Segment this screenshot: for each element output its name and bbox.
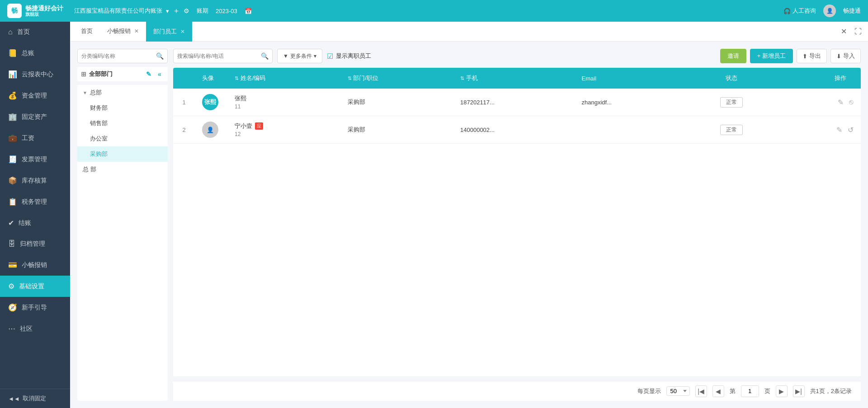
row1-email: zhangxidf... — [575, 89, 685, 116]
payroll-icon: 💼 — [8, 134, 17, 142]
sort-icon-dept: ⇅ — [348, 75, 352, 81]
dept-edit-btn[interactable]: ✎ — [144, 70, 153, 79]
sidebar-item-payroll[interactable]: 💼 工资 — [0, 127, 70, 149]
table-row: 1 张熙 张熙 — [173, 89, 861, 116]
tabs-bar: 首页 小畅报销 ✕ 部门员工 ✕ ✕ ⛶ — [70, 22, 868, 42]
dept-item-zong2[interactable]: 总 部 — [77, 162, 168, 177]
dropdown-icon[interactable]: ▾ — [166, 8, 169, 14]
tab-dept-close[interactable]: ✕ — [180, 28, 185, 35]
tab-expense-close[interactable]: ✕ — [134, 28, 139, 34]
sidebar-label-funds: 资金管理 — [22, 92, 47, 100]
tab-home[interactable]: 首页 — [74, 22, 100, 42]
dept-search-input[interactable] — [81, 53, 154, 59]
row1-phone: 187202117... — [453, 89, 575, 116]
company-selector[interactable]: 江西服宝精品有限责任公司内账张 ▾ ＋ ⚙ — [74, 6, 189, 16]
page-next-btn[interactable]: ▶ — [776, 385, 788, 397]
all-dept-header: ⊞ 全部部门 ✎ « — [77, 67, 168, 81]
dept-search-box[interactable]: 🔍 — [77, 49, 168, 63]
dept-item-xiaoshou[interactable]: 销售部 — [77, 116, 168, 131]
tab-dept[interactable]: 部门员工 ✕ — [146, 22, 192, 42]
sidebar-item-ledger[interactable]: 📒 总账 — [0, 42, 70, 64]
dept-item-caiwu[interactable]: 财务部 — [77, 100, 168, 116]
sidebar-item-inventory[interactable]: 📦 库存核算 — [0, 170, 70, 191]
sidebar-item-more[interactable]: ⋯ 社区 — [0, 318, 70, 339]
row2-avatar: 👤 — [195, 116, 227, 144]
per-page-select[interactable]: 50 10 20 100 — [666, 386, 690, 396]
page-prev-btn[interactable]: ◀ — [712, 385, 724, 397]
tab-expense[interactable]: 小畅报销 ✕ — [100, 22, 146, 42]
topbar-right: 🎧 人工咨询 👤 畅捷通 — [783, 5, 861, 17]
chevron-down-icon: ▾ — [314, 53, 316, 59]
gear-icon[interactable]: ⚙ — [180, 74, 188, 83]
import-button[interactable]: ⬇ 导入 — [830, 49, 861, 63]
avatar-circle: 张熙 — [202, 94, 218, 110]
row2-email — [575, 116, 685, 144]
dept-collapse-btn[interactable]: « — [155, 70, 164, 79]
ying-badge: 应 — [255, 122, 263, 130]
sidebar-item-settle[interactable]: ✔ 结账 — [0, 212, 70, 234]
calendar-icon[interactable]: 📅 — [245, 8, 252, 14]
col-dept-pos[interactable]: ⇅ 部门/职位 — [340, 68, 453, 89]
user-avatar[interactable]: 👤 — [823, 5, 836, 17]
pin-toggle[interactable]: ◄◄ 取消固定 — [0, 389, 70, 408]
invite-button[interactable]: 邀请 — [720, 49, 746, 63]
page-last-btn[interactable]: ▶| — [793, 385, 805, 397]
user-name: 畅捷通 — [843, 7, 861, 15]
page-first-btn[interactable]: |◀ — [695, 385, 707, 397]
dept-item-bangong[interactable]: 办公室 — [77, 131, 168, 146]
sidebar-label-payroll: 工资 — [22, 134, 34, 142]
guide-icon: 🧭 — [8, 303, 17, 312]
row2-dept: 采购部 — [340, 116, 453, 144]
support-btn[interactable]: 🎧 人工咨询 — [783, 7, 816, 15]
dept-grid-icon: ⊞ — [81, 70, 86, 78]
archive-icon: 🗄 — [8, 240, 15, 248]
sidebar-item-funds[interactable]: 💰 资金管理 — [0, 85, 70, 106]
col-gear[interactable]: ⚙ — [173, 68, 195, 89]
col-phone[interactable]: ⇅ 手机 — [453, 68, 575, 89]
row2-refresh-btn[interactable]: ↺ — [848, 126, 854, 134]
sidebar-item-invoice[interactable]: 🧾 发票管理 — [0, 149, 70, 170]
row2-edit-btn[interactable]: ✎ — [836, 126, 842, 134]
add-icon[interactable]: ＋ — [173, 6, 180, 16]
page-prefix: 第 — [730, 387, 736, 395]
row1-edit-btn[interactable]: ✎ — [838, 98, 844, 107]
pagination-bar: 每页显示 50 10 20 100 |◀ ◀ 第 页 ▶ ▶| 共1页，2条记录 — [173, 381, 861, 401]
period-selector[interactable]: 账期 2023-03 📅 — [197, 7, 252, 15]
add-employee-button[interactable]: + 新增员工 — [750, 49, 793, 63]
sidebar-label-settle: 结账 — [19, 219, 31, 227]
dept-item-caigou[interactable]: 采购部 — [77, 146, 168, 162]
row1-actions: ✎ ⎋ — [778, 89, 861, 116]
ledger-icon: 📒 — [8, 49, 17, 57]
sidebar-item-tax[interactable]: 📋 税务管理 — [0, 191, 70, 212]
settings-icon[interactable]: ⚙ — [184, 7, 189, 14]
row2-num: 2 — [173, 116, 195, 144]
row1-logout-btn[interactable]: ⎋ — [849, 98, 854, 106]
export-button[interactable]: ⬆ 导出 — [797, 49, 827, 63]
row1-name-code: 张熙 11 — [227, 89, 340, 116]
sidebar-item-archive[interactable]: 🗄 归档管理 — [0, 234, 70, 254]
tab-close-all[interactable]: ✕ — [837, 25, 850, 38]
more-filter-btn[interactable]: ▼ 更多条件 ▾ — [277, 49, 322, 63]
employee-search-box[interactable]: 🔍 — [173, 49, 273, 63]
row1-avatar: 张熙 — [195, 89, 227, 116]
sidebar-item-guide[interactable]: 🧭 新手引导 — [0, 297, 70, 318]
logo-icon: 畅 — [7, 4, 22, 18]
show-inactive-toggle[interactable]: ☑ 显示离职员工 — [327, 52, 371, 61]
col-name-code[interactable]: ⇅ 姓名/编码 — [227, 68, 340, 89]
topbar: 畅 畅捷通好会计 旗舰版 江西服宝精品有限责任公司内账张 ▾ ＋ ⚙ 账期 20… — [0, 0, 868, 22]
dept-item-zongbu[interactable]: ▼ 总部 — [77, 85, 168, 100]
sidebar-item-assets[interactable]: 🏢 固定资产 — [0, 106, 70, 127]
tab-expand[interactable]: ⛶ — [852, 25, 864, 38]
sort-icon-phone: ⇅ — [460, 75, 464, 81]
sidebar-label-home: 首页 — [17, 28, 30, 36]
sidebar-item-settings[interactable]: ⚙ 基础设置 — [0, 276, 70, 297]
sidebar-item-expense[interactable]: 💳 小畅报销 — [0, 254, 70, 276]
col-avatar: 头像 — [195, 68, 227, 89]
page-input[interactable] — [741, 385, 759, 397]
employee-search-input[interactable] — [177, 53, 259, 59]
dept-search-icon[interactable]: 🔍 — [156, 52, 164, 60]
employee-search-icon[interactable]: 🔍 — [261, 52, 269, 60]
sidebar-item-home[interactable]: ⌂ 首页 — [0, 22, 70, 42]
sidebar-label-reports: 云报表中心 — [22, 70, 53, 79]
sidebar-item-reports[interactable]: 📊 云报表中心 — [0, 64, 70, 85]
